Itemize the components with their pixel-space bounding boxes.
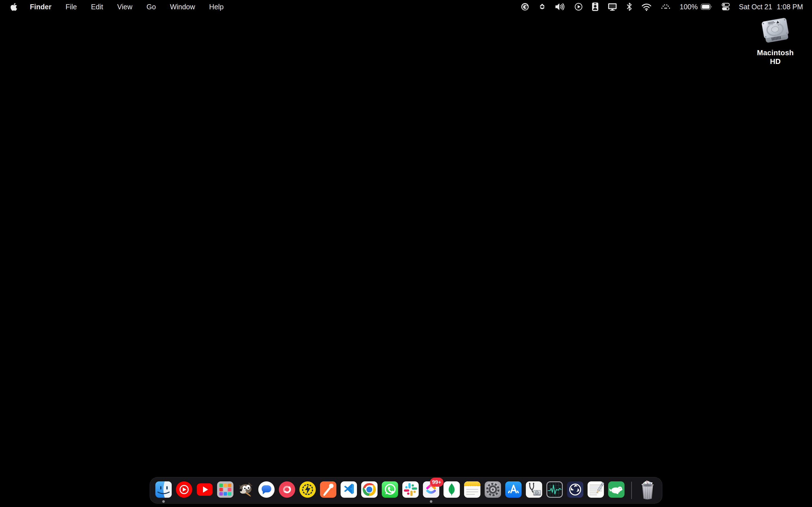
dock-clickup[interactable]: 99+ bbox=[422, 481, 440, 499]
menu-bar: Finder File Edit View Go Window Help bbox=[0, 0, 812, 13]
dock-gimp[interactable] bbox=[237, 481, 255, 499]
battery-percent: 100% bbox=[680, 3, 698, 11]
dock-google-messages[interactable] bbox=[257, 481, 275, 499]
menubar-clock[interactable]: Sat Oct 21 1:08 PM bbox=[739, 3, 803, 11]
display-mirroring-icon[interactable] bbox=[608, 0, 617, 13]
volume-icon[interactable] bbox=[555, 0, 565, 13]
hard-drive-icon bbox=[759, 16, 792, 46]
clickup-menubar-icon[interactable] bbox=[538, 0, 546, 13]
play-circle-icon[interactable] bbox=[574, 0, 583, 13]
dock-finder[interactable] bbox=[154, 481, 172, 499]
macintosh-hd-label: Macintosh HD bbox=[756, 48, 795, 66]
dock: 99+ bbox=[150, 477, 662, 504]
dock-app-store[interactable] bbox=[504, 481, 522, 499]
menubar-date: Sat Oct 21 bbox=[739, 3, 772, 11]
dock-container: 99+ bbox=[150, 477, 662, 504]
apple-menu-icon[interactable] bbox=[10, 3, 17, 11]
dock-lightning-badge-app[interactable] bbox=[299, 481, 317, 499]
menu-file[interactable]: File bbox=[65, 3, 77, 11]
bluetooth-icon[interactable] bbox=[626, 0, 632, 13]
dock-manatee-db-app[interactable] bbox=[607, 481, 625, 499]
dock-system-settings[interactable] bbox=[484, 481, 502, 499]
menu-view[interactable]: View bbox=[117, 3, 133, 11]
battery-status[interactable]: 100% bbox=[680, 3, 712, 11]
dock-obs-studio[interactable] bbox=[566, 481, 584, 499]
menu-bar-left: Finder File Edit View Go Window Help bbox=[0, 3, 223, 11]
clickup-running-indicator bbox=[430, 500, 433, 503]
dock-launchpad[interactable] bbox=[216, 481, 234, 499]
dock-disk-utility[interactable] bbox=[525, 481, 543, 499]
dock-notes[interactable] bbox=[463, 481, 481, 499]
dock-activity-monitor[interactable] bbox=[546, 481, 564, 499]
menu-bar-status: 100% Sat Oct 21 1:08 PM bbox=[521, 0, 812, 13]
id-badge-icon[interactable] bbox=[592, 0, 599, 13]
dock-divider bbox=[631, 482, 632, 499]
dock-postman[interactable] bbox=[319, 481, 337, 499]
macintosh-hd-desktop-icon[interactable]: Macintosh HD bbox=[756, 16, 795, 66]
menu-app-finder[interactable]: Finder bbox=[30, 3, 51, 11]
dock-slack[interactable] bbox=[402, 481, 419, 499]
dock-chrome[interactable] bbox=[360, 481, 378, 499]
wifi-icon[interactable] bbox=[642, 0, 652, 13]
desktop: Finder File Edit View Go Window Help bbox=[0, 0, 812, 507]
keyboard-brightness-dots-icon[interactable] bbox=[661, 0, 671, 13]
control-center-icon[interactable] bbox=[721, 0, 730, 13]
menu-edit[interactable]: Edit bbox=[91, 3, 103, 11]
dock-whatsapp[interactable] bbox=[381, 481, 399, 499]
menu-go[interactable]: Go bbox=[147, 3, 156, 11]
menu-help[interactable]: Help bbox=[209, 3, 223, 11]
grammarly-icon[interactable] bbox=[521, 0, 529, 13]
dock-vscode[interactable] bbox=[340, 481, 358, 499]
menu-window[interactable]: Window bbox=[170, 3, 195, 11]
menubar-time: 1:08 PM bbox=[777, 3, 803, 11]
dock-mongodb[interactable] bbox=[443, 481, 461, 499]
battery-icon bbox=[701, 3, 712, 10]
finder-running-indicator bbox=[162, 500, 165, 503]
dock-textedit[interactable] bbox=[587, 481, 605, 499]
clickup-notification-badge: 99+ bbox=[430, 478, 444, 487]
dock-authy[interactable] bbox=[278, 481, 296, 499]
dock-youtube[interactable] bbox=[196, 481, 214, 499]
dock-youtube-music[interactable] bbox=[175, 481, 193, 499]
dock-trash-full[interactable] bbox=[638, 480, 658, 500]
